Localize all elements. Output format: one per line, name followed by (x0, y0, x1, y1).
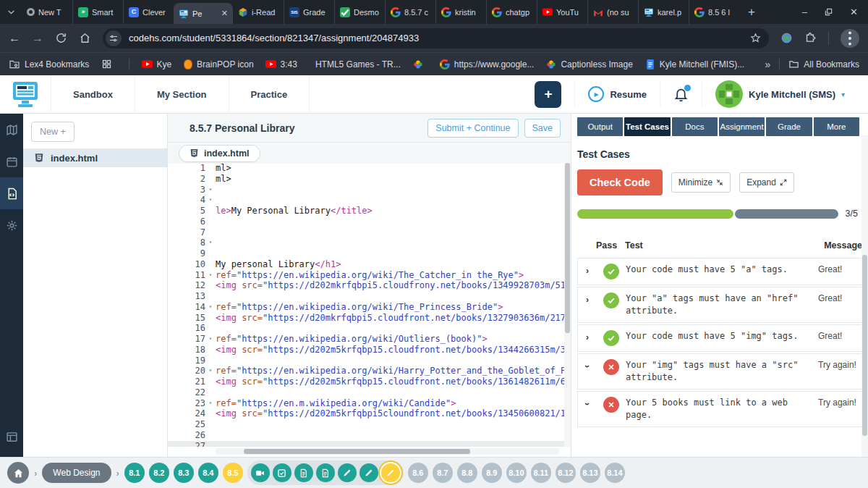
code-line[interactable]: 9 (168, 248, 564, 259)
code-line[interactable]: 2ml> (168, 174, 564, 185)
all-bookmarks-button[interactable]: All Bookmarks (788, 59, 859, 70)
course-name-pill[interactable]: Web Design (42, 463, 111, 483)
url-text[interactable]: codehs.com/student/5331864/section/82134… (129, 33, 743, 43)
code-line[interactable]: 26 (168, 430, 564, 441)
module-circle-8.4[interactable]: 8.4 (198, 463, 218, 483)
module-circle-8.6[interactable]: 8.6 (408, 463, 428, 483)
bookmark-item[interactable]: HTML5 Games - TR... (310, 59, 401, 70)
panel-tab-output[interactable]: Output (577, 117, 623, 136)
test-case-row[interactable]: ›Your code must have 5 "img" tags.Great! (577, 324, 862, 352)
test-case-row[interactable]: ›Your code must have 5 "a" tags.Great! (577, 258, 862, 285)
forward-icon[interactable]: → (32, 33, 43, 44)
bookmark-item[interactable]: Captionless Image (546, 59, 632, 70)
bookmark-item[interactable]: Kye (142, 59, 171, 70)
module-circle-8.7[interactable]: 8.7 (433, 463, 453, 483)
nav-item-my-section[interactable]: My Section (135, 75, 229, 113)
editor-file-tab[interactable]: index.html (179, 145, 260, 162)
expand-button[interactable]: Expand (739, 172, 794, 193)
browser-tab[interactable]: New T (22, 0, 72, 24)
fold-arrow-icon[interactable]: ▾ (205, 237, 216, 248)
activity-video-icon[interactable] (251, 463, 270, 482)
module-circle-8.10[interactable]: 8.10 (506, 463, 527, 483)
bookmark-item[interactable]: BrainPOP icon (184, 59, 254, 70)
user-menu[interactable]: Kyle Mitchell (SMS) ▾ (702, 82, 858, 106)
minimize-window-icon[interactable]: – (802, 7, 807, 17)
code-line[interactable]: 1ml> (168, 163, 564, 174)
code-line[interactable]: 15<img src="https://d20mkrfqbpi5.cloudfr… (168, 313, 564, 324)
browser-tab[interactable]: 8.5 6 l (689, 0, 739, 24)
code-line[interactable]: 23▾ref="https://en.m.wikipedia.org/wiki/… (168, 398, 564, 409)
test-case-row[interactable]: ›Your "img" tags must have a "src" attri… (577, 353, 862, 390)
resume-button[interactable]: ▶ Resume (574, 82, 660, 106)
browser-tab[interactable]: SISGrade (284, 0, 334, 24)
chevron-right-icon[interactable]: › (586, 266, 589, 276)
browser-tab[interactable]: chatgp (486, 0, 537, 24)
module-circle-8.2[interactable]: 8.2 (149, 463, 169, 483)
chevron-right-icon[interactable]: › (586, 332, 589, 342)
test-case-row[interactable]: ›Your "a" tags must have an "href" attri… (577, 287, 862, 323)
panel-tab-assignment[interactable]: Assignment (719, 117, 765, 136)
code-line[interactable]: 25 (168, 419, 564, 430)
code-line[interactable]: 3▾ (168, 185, 564, 195)
code-line[interactable]: 11▾ref="https://en.wikipedia.org/wiki/Th… (168, 270, 564, 281)
code-line[interactable]: 4▾ (168, 195, 564, 206)
reload-icon[interactable] (55, 32, 67, 44)
bookmark-item[interactable] (413, 59, 427, 70)
chevron-down-icon[interactable]: › (582, 365, 592, 368)
module-circle-8.12[interactable]: 8.12 (556, 463, 576, 483)
close-window-icon[interactable]: ✕ (850, 7, 858, 17)
activity-pencil-icon[interactable] (359, 463, 378, 482)
code-line[interactable]: 21<img scr="https://d202m5krfqbp15.cloud… (168, 376, 564, 387)
panel-tab-more[interactable]: More (814, 117, 859, 136)
browser-tab[interactable]: »Smart (72, 0, 123, 24)
rail-map-icon[interactable] (0, 114, 23, 146)
bookmark-item[interactable]: Kyle Mitchell (FMIS)... (645, 59, 744, 70)
close-tab-icon[interactable]: ✕ (220, 9, 228, 18)
module-circle-8.13[interactable]: 8.13 (580, 463, 600, 483)
browser-tab[interactable]: kristin (435, 0, 486, 24)
browser-tab[interactable]: Desmo (334, 0, 385, 24)
new-tab-button[interactable]: + (739, 0, 764, 24)
chevron-down-icon[interactable]: › (582, 403, 592, 405)
module-circle-8.1[interactable]: 8.1 (124, 463, 145, 483)
check-code-button[interactable]: Check Code (577, 169, 663, 195)
course-home-button[interactable] (7, 462, 29, 484)
fold-arrow-icon[interactable]: ▾ (205, 302, 216, 313)
browser-tab[interactable]: CClever (123, 0, 174, 24)
code-line[interactable]: 10My personal Library</h1> (168, 259, 564, 270)
bookmark-item[interactable]: 3:43 (266, 59, 297, 70)
panel-tab-test-cases[interactable]: Test Cases (624, 117, 670, 136)
nav-item-practice[interactable]: Practice (229, 75, 310, 113)
browser-menu-icon[interactable] (841, 29, 859, 48)
fold-arrow-icon[interactable]: ▾ (205, 195, 216, 206)
module-circle-current-8.5[interactable]: 8.5 (223, 463, 243, 483)
code-line[interactable]: 16 (168, 323, 564, 334)
activity-pencil-icon[interactable] (338, 463, 357, 482)
nav-item-sandbox[interactable]: Sandbox (51, 75, 135, 113)
activity-pencil-icon[interactable] (381, 463, 400, 482)
extensions-puzzle-icon[interactable] (804, 32, 817, 44)
tab-search-chevron-icon[interactable] (0, 0, 22, 24)
restore-window-icon[interactable] (825, 8, 833, 16)
save-button[interactable]: Save (524, 119, 561, 138)
test-case-row[interactable]: ›Your 5 books must link to a web page.Tr… (577, 391, 862, 427)
rail-settings-gear-icon[interactable] (0, 209, 23, 241)
fold-arrow-icon[interactable]: ▾ (205, 270, 216, 281)
activity-doc-icon[interactable] (294, 463, 313, 482)
editor-vertical-scrollbar[interactable] (564, 163, 571, 447)
minimize-button[interactable]: Minimize (671, 172, 731, 193)
code-line[interactable]: 7 (168, 227, 564, 238)
code-line[interactable]: 6 (168, 216, 564, 227)
fold-arrow-icon[interactable]: ▾ (205, 398, 216, 409)
fold-arrow-icon[interactable]: ▾ (205, 366, 216, 376)
browser-tab[interactable]: 8.5.7 c (385, 0, 435, 24)
module-circle-8.11[interactable]: 8.11 (531, 463, 551, 483)
code-line[interactable]: 27 (168, 441, 564, 447)
fold-arrow-icon[interactable]: ▾ (205, 185, 216, 195)
code-line[interactable]: 14▾ref="https://en.wikipedia.org/wiki/Th… (168, 302, 564, 313)
module-circle-8.3[interactable]: 8.3 (174, 463, 194, 483)
code-line[interactable]: 20▾ref="https://en.wikipedia.org/wiki/Ha… (168, 366, 564, 376)
bookmarks-overflow-icon[interactable]: » (765, 59, 771, 70)
rail-calendar-icon[interactable] (0, 146, 23, 177)
panel-tab-grade[interactable]: Grade (766, 117, 812, 136)
